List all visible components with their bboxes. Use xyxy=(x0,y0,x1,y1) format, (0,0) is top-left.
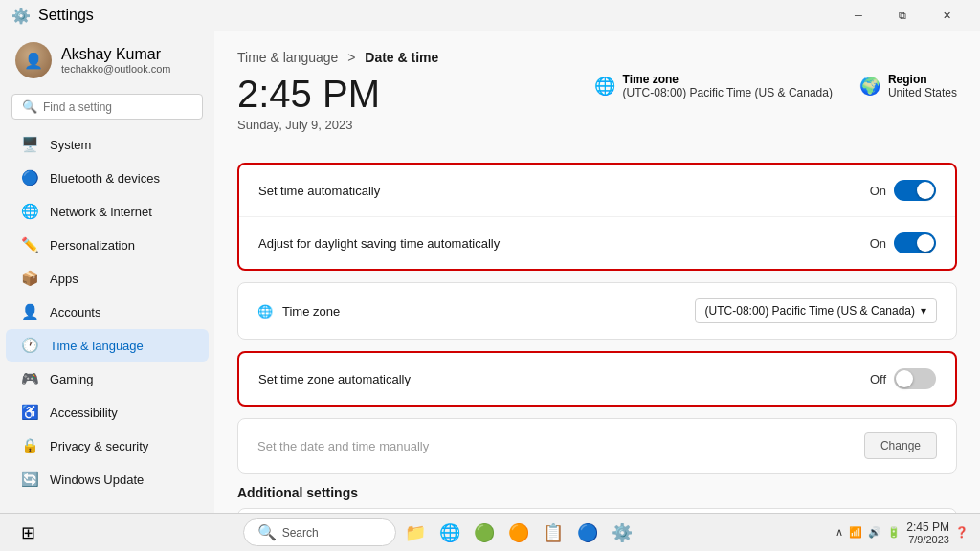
update-icon: 🔄 xyxy=(21,471,38,488)
set-time-auto-row: Set time automatically On xyxy=(239,165,955,217)
apps-icon: 📦 xyxy=(21,270,38,287)
sidebar-item-label: Accessibility xyxy=(50,406,118,420)
set-time-auto-state: On xyxy=(870,184,886,198)
taskbar-clock[interactable]: 2:45 PM 7/9/2023 xyxy=(906,520,949,545)
start-button[interactable]: ⊞ xyxy=(11,517,44,549)
sidebar-item-personalization[interactable]: ✏️ Personalization xyxy=(6,229,209,261)
notification-icon[interactable]: ❓ xyxy=(955,526,969,539)
app-body: 👤 Akshay Kumar techakko@outlook.com 🔍 🖥️… xyxy=(0,31,980,513)
daylight-saving-state: On xyxy=(870,236,886,251)
bluetooth-icon: 🔵 xyxy=(21,169,38,187)
toggle-track xyxy=(894,368,936,389)
user-info: Akshay Kumar techakko@outlook.com xyxy=(61,46,171,75)
minimize-button[interactable]: ─ xyxy=(836,0,880,31)
network-icon: 🌐 xyxy=(21,203,38,220)
sidebar-item-label: Windows Update xyxy=(50,473,144,487)
close-button[interactable]: ✕ xyxy=(924,0,969,31)
taskbar-chevron-icon[interactable]: ∧ xyxy=(835,526,843,539)
timezone-dropdown-value: (UTC-08:00) Pacific Time (US & Canada) xyxy=(705,304,915,318)
daylight-saving-label: Adjust for daylight saving time automati… xyxy=(258,236,500,251)
sidebar-item-label: Apps xyxy=(50,272,78,286)
sidebar-item-network[interactable]: 🌐 Network & internet xyxy=(6,195,209,228)
set-timezone-auto-right: Off xyxy=(870,368,936,389)
taskbar-time: 2:45 PM xyxy=(906,520,949,534)
sidebar-search-box[interactable]: 🔍 xyxy=(11,94,203,120)
taskbar-settings-app[interactable]: ⚙️ xyxy=(607,518,637,548)
timezone-row-label: Time zone xyxy=(282,304,340,319)
sidebar-nav: 🖥️ System 🔵 Bluetooth & devices 🌐 Networ… xyxy=(0,127,214,496)
sidebar-item-time[interactable]: 🕐 Time & language xyxy=(6,329,209,362)
sidebar-item-privacy[interactable]: 🔒 Privacy & security xyxy=(6,430,209,462)
additional-settings-section: Additional settings Sync now Last succes… xyxy=(237,485,957,513)
taskbar-search-icon: 🔍 xyxy=(257,523,277,541)
current-time-display: 2:45 PM xyxy=(237,73,380,116)
gaming-icon: 🎮 xyxy=(21,370,38,387)
sidebar-item-accessibility[interactable]: ♿ Accessibility xyxy=(6,396,209,429)
chevron-down-icon: ▾ xyxy=(921,304,926,318)
timezone-meta-value: (UTC-08:00) Pacific Time (US & Canada) xyxy=(623,86,833,99)
taskbar-app1[interactable]: 🟠 xyxy=(503,518,534,548)
daylight-saving-right: On xyxy=(870,232,936,253)
taskbar-center: 🔍 Search 📁 🌐 🟢 🟠 📋 🔵 ⚙️ xyxy=(243,518,637,548)
sidebar: 👤 Akshay Kumar techakko@outlook.com 🔍 🖥️… xyxy=(0,31,214,513)
taskbar-right: ∧ 📶 🔊 🔋 2:45 PM 7/9/2023 ❓ xyxy=(835,520,969,545)
time-icon: 🕐 xyxy=(21,337,38,354)
sidebar-item-accounts[interactable]: 👤 Accounts xyxy=(6,296,209,328)
taskbar-edge[interactable]: 🌐 xyxy=(434,518,465,548)
set-time-auto-label: Set time automatically xyxy=(258,184,380,198)
set-timezone-auto-label: Set time zone automatically xyxy=(258,372,411,386)
timezone-row-left: 🌐 Time zone xyxy=(257,304,340,319)
user-email: techakko@outlook.com xyxy=(61,63,171,75)
set-time-auto-toggle[interactable] xyxy=(894,180,936,201)
title-bar-icon: ⚙️ xyxy=(11,7,31,25)
timezone-meta-label: Time zone xyxy=(623,73,833,86)
current-date-display: Sunday, July 9, 2023 xyxy=(237,118,380,132)
taskbar: ⊞ 🔍 Search 📁 🌐 🟢 🟠 📋 🔵 ⚙️ ∧ 📶 🔊 🔋 2:45 P… xyxy=(0,513,980,551)
maximize-button[interactable]: ⧉ xyxy=(880,0,924,31)
sidebar-item-apps[interactable]: 📦 Apps xyxy=(6,262,209,295)
taskbar-file-explorer[interactable]: 📁 xyxy=(400,518,431,548)
sidebar-item-label: Bluetooth & devices xyxy=(50,171,160,186)
timezone-row: 🌐 Time zone (UTC-08:00) Pacific Time (US… xyxy=(238,283,956,339)
set-date-row: Set the date and time manually Change xyxy=(237,418,957,474)
breadcrumb-current: Date & time xyxy=(365,50,438,65)
sidebar-item-update[interactable]: 🔄 Windows Update xyxy=(6,463,209,496)
timezone-meta: 🌐 Time zone (UTC-08:00) Pacific Time (US… xyxy=(594,73,833,99)
timezone-auto-card: Set time zone automatically Off xyxy=(237,351,957,407)
region-icon: 🌍 xyxy=(859,76,880,97)
toggle-thumb xyxy=(917,234,934,252)
sidebar-item-label: Time & language xyxy=(50,339,144,353)
taskbar-app2[interactable]: 📋 xyxy=(538,518,568,548)
set-timezone-auto-row: Set time zone automatically Off xyxy=(239,353,955,405)
breadcrumb-parent[interactable]: Time & language xyxy=(237,50,338,65)
toggle-track xyxy=(894,232,936,253)
taskbar-battery-icon[interactable]: 🔋 xyxy=(887,526,901,539)
sidebar-item-label: Privacy & security xyxy=(50,439,148,453)
time-auto-card: Set time automatically On Adjust for day… xyxy=(237,163,957,271)
change-button[interactable]: Change xyxy=(864,432,937,459)
sidebar-item-bluetooth[interactable]: 🔵 Bluetooth & devices xyxy=(6,162,209,194)
breadcrumb: Time & language > Date & time xyxy=(237,50,957,65)
toggle-track xyxy=(894,180,936,201)
taskbar-search-box[interactable]: 🔍 Search xyxy=(243,518,396,546)
user-profile[interactable]: 👤 Akshay Kumar techakko@outlook.com xyxy=(0,31,214,90)
taskbar-app3[interactable]: 🔵 xyxy=(572,518,603,548)
set-timezone-auto-toggle[interactable] xyxy=(894,368,936,389)
accessibility-icon: ♿ xyxy=(21,404,38,421)
timezone-dropdown[interactable]: (UTC-08:00) Pacific Time (US & Canada) ▾ xyxy=(695,298,937,323)
user-name: Akshay Kumar xyxy=(61,46,171,63)
taskbar-chrome[interactable]: 🟢 xyxy=(469,518,500,548)
personalization-icon: ✏️ xyxy=(21,236,38,253)
daylight-saving-toggle[interactable] xyxy=(894,232,936,253)
sidebar-item-system[interactable]: 🖥️ System xyxy=(6,128,209,161)
avatar: 👤 xyxy=(15,42,52,78)
set-timezone-auto-state: Off xyxy=(870,372,886,386)
sidebar-search-input[interactable] xyxy=(43,100,192,114)
set-time-auto-right: On xyxy=(870,180,936,201)
taskbar-network-icon[interactable]: 📶 xyxy=(849,526,862,539)
title-bar-title: Settings xyxy=(38,7,94,24)
sidebar-item-gaming[interactable]: 🎮 Gaming xyxy=(6,363,209,395)
taskbar-volume-icon[interactable]: 🔊 xyxy=(868,526,881,539)
system-icon: 🖥️ xyxy=(21,136,38,153)
toggle-thumb xyxy=(917,182,934,199)
